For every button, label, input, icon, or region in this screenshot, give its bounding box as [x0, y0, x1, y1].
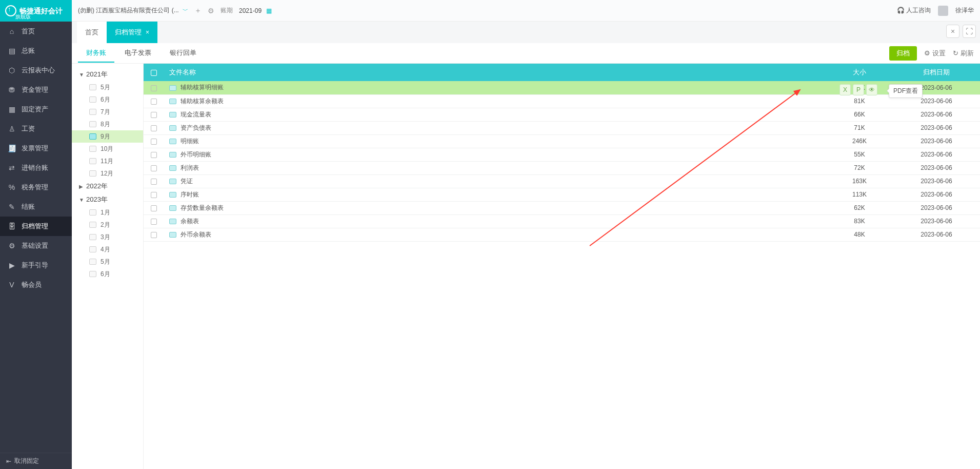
nav-icon: %: [7, 183, 16, 191]
tree-month[interactable]: 9月: [72, 130, 143, 143]
file-size: 55K: [826, 148, 893, 161]
folder-icon: [169, 192, 176, 198]
sidebar-item-11[interactable]: ⚙基础设置: [0, 236, 72, 256]
sidebar-item-0[interactable]: ⌂首页: [0, 22, 72, 41]
sidebar-item-9[interactable]: ✎结账: [0, 197, 72, 217]
table-row[interactable]: 凭证163K2023-06-06: [144, 174, 980, 188]
user-name[interactable]: 徐泽华: [955, 6, 974, 15]
tree-month[interactable]: 6月: [72, 93, 143, 106]
table-row[interactable]: 资产负债表71K2023-06-06: [144, 121, 980, 134]
sidebar-unpin[interactable]: ⇤ 取消固定: [0, 453, 72, 469]
folder-icon: [89, 121, 96, 127]
row-checkbox[interactable]: [151, 112, 157, 118]
sidebar-item-3[interactable]: ⛃资金管理: [0, 80, 72, 100]
tree-month[interactable]: 11月: [72, 155, 143, 167]
file-name: 外币余额表: [181, 231, 211, 238]
table-row[interactable]: 外币明细账55K2023-06-06: [144, 148, 980, 161]
row-checkbox[interactable]: [151, 85, 157, 91]
file-name: 余额表: [181, 218, 199, 225]
sidebar-item-5[interactable]: ♙工资: [0, 119, 72, 139]
pdf-preview-icon[interactable]: 👁: [866, 84, 877, 95]
file-size: 66K: [826, 108, 893, 121]
file-name: 序时账: [181, 191, 199, 198]
table-row[interactable]: 利润表72K2023-06-06: [144, 161, 980, 174]
sidebar: 畅捷通好会计 旗舰版 ⌂首页▤总账⬡云报表中心⛃资金管理▦固定资产♙工资🧾发票管…: [0, 0, 72, 469]
tabs-fullscreen[interactable]: ⛶: [963, 25, 976, 38]
tree-year-label: 2021年: [86, 70, 108, 79]
table-row[interactable]: 辅助核算余额表81K2023-06-06: [144, 94, 980, 108]
sidebar-item-6[interactable]: 🧾发票管理: [0, 139, 72, 158]
add-company-icon[interactable]: ＋: [194, 6, 202, 15]
tab-archive[interactable]: 归档管理 ×: [107, 22, 157, 43]
nav-icon: ⚙: [7, 242, 16, 250]
table-row[interactable]: 外币余额表48K2023-06-06: [144, 228, 980, 241]
sidebar-item-10[interactable]: 🗄归档管理: [0, 217, 72, 236]
sidebar-item-13[interactable]: V畅会员: [0, 275, 72, 295]
tree-month[interactable]: 8月: [72, 118, 143, 130]
tree-year[interactable]: ▶2022年: [72, 180, 143, 193]
row-checkbox[interactable]: [151, 219, 157, 225]
row-checkbox[interactable]: [151, 165, 157, 171]
brand-logo-icon: [5, 5, 16, 16]
tree-month[interactable]: 2月: [72, 219, 143, 231]
tree-month[interactable]: 1月: [72, 206, 143, 219]
tree-month[interactable]: 6月: [72, 268, 143, 280]
excel-export-icon[interactable]: X: [839, 84, 851, 95]
tree-month[interactable]: 12月: [72, 167, 143, 180]
tree-month[interactable]: 5月: [72, 256, 143, 268]
row-checkbox[interactable]: [151, 139, 157, 145]
settings-link[interactable]: ⚙ 设置: [924, 49, 946, 58]
row-checkbox[interactable]: [151, 205, 157, 211]
folder-icon: [169, 125, 176, 131]
support-link[interactable]: 🎧 人工咨询: [897, 6, 931, 15]
table-row[interactable]: 现金流量表66K2023-06-06: [144, 108, 980, 121]
sidebar-item-4[interactable]: ▦固定资产: [0, 100, 72, 119]
sidebar-item-1[interactable]: ▤总账: [0, 41, 72, 61]
sidebar-item-12[interactable]: ▶新手引导: [0, 256, 72, 275]
company-selector[interactable]: (勿删) 江西服宝精品有限责任公司 (... ﹀: [78, 6, 188, 15]
row-checkbox[interactable]: [151, 99, 157, 105]
avatar-icon[interactable]: [938, 6, 948, 16]
sub-tab-2[interactable]: 银行回单: [162, 44, 205, 63]
nav-label: 工资: [22, 124, 35, 133]
sub-tab-1[interactable]: 电子发票: [116, 44, 159, 63]
nav-label: 结账: [22, 202, 35, 211]
tree-month[interactable]: 7月: [72, 106, 143, 118]
tree-month[interactable]: 10月: [72, 143, 143, 155]
tabs-close-all[interactable]: ×: [946, 25, 959, 38]
tree-year[interactable]: ▼2023年: [72, 193, 143, 206]
table-row[interactable]: 余额表83K2023-06-06: [144, 214, 980, 228]
row-checkbox[interactable]: [151, 125, 157, 131]
table-row[interactable]: 存货数量余额表62K2023-06-06: [144, 201, 980, 214]
row-checkbox[interactable]: [151, 192, 157, 198]
row-checkbox[interactable]: [151, 152, 157, 158]
row-checkbox[interactable]: [151, 232, 157, 238]
folder-icon: [89, 209, 96, 216]
table-row[interactable]: 序时账113K2023-06-06: [144, 188, 980, 201]
period-picker[interactable]: 2021-09 ▦: [239, 7, 272, 14]
row-checkbox[interactable]: [151, 179, 157, 185]
sidebar-item-7[interactable]: ⇄进销台账: [0, 158, 72, 178]
close-icon[interactable]: ×: [146, 29, 149, 36]
pdf-export-icon[interactable]: P: [853, 84, 864, 95]
archive-button[interactable]: 归档: [889, 46, 917, 61]
tab-home[interactable]: 首页: [77, 22, 107, 43]
tree-year[interactable]: ▼2021年: [72, 68, 143, 81]
sub-tab-0[interactable]: 财务账: [78, 44, 114, 63]
sidebar-item-8[interactable]: %税务管理: [0, 178, 72, 197]
company-settings-icon[interactable]: ⚙: [208, 7, 214, 15]
sidebar-item-2[interactable]: ⬡云报表中心: [0, 61, 72, 80]
tree-month[interactable]: 3月: [72, 231, 143, 243]
table-row[interactable]: 明细账246K2023-06-06: [144, 134, 980, 148]
refresh-link[interactable]: ↻ 刷新: [953, 49, 974, 58]
nav-icon: ⇄: [7, 164, 16, 172]
col-size[interactable]: 大小: [826, 64, 893, 81]
refresh-label: 刷新: [961, 49, 974, 58]
col-date[interactable]: 归档日期: [893, 64, 980, 81]
file-size: 246K: [826, 134, 893, 148]
col-checkbox[interactable]: [144, 64, 164, 81]
col-name[interactable]: 文件名称: [164, 64, 826, 81]
tree-month[interactable]: 4月: [72, 243, 143, 256]
tree-month[interactable]: 5月: [72, 81, 143, 93]
tree-month-label: 8月: [101, 120, 110, 129]
